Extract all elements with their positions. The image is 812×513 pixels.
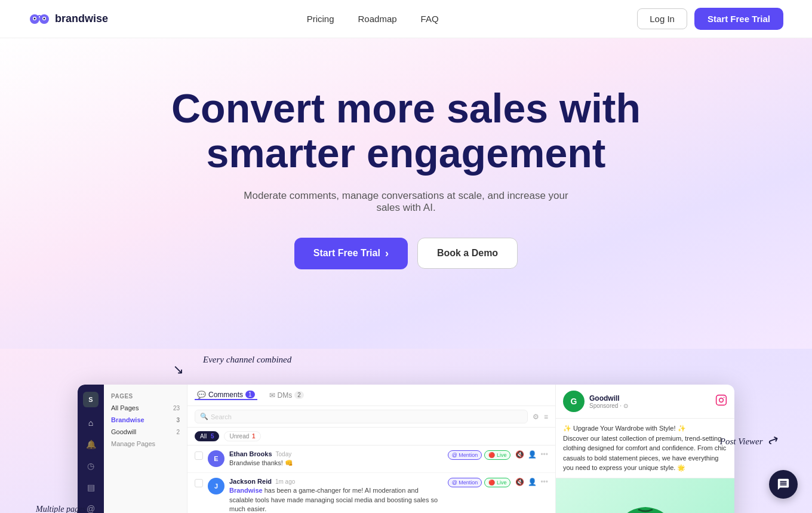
- page-item-manage[interactable]: Manage Pages: [104, 438, 187, 450]
- comment-list: E Ethan Brooks Today Brandwise thanks! 👊…: [187, 446, 555, 513]
- filter-row: All 5 Unread 1: [187, 428, 555, 446]
- app-panel: S ⌂ 🔔 ◷ ▤ @ ✉ 👥 ⋈ PAGES All Pages23: [78, 385, 555, 513]
- brandwise-logo-icon: [29, 11, 50, 27]
- comment-badges: @ Mention 🔴 Live: [448, 450, 511, 460]
- app-sidebar: S ⌂ 🔔 ◷ ▤ @ ✉ 👥 ⋈: [78, 385, 104, 513]
- comment-body: Jackson Reid 1m ago Brandwise has been a…: [229, 478, 443, 513]
- mute-icon[interactable]: 🔇: [515, 478, 524, 486]
- comment-text: Brandwise has been a game-changer for me…: [229, 486, 443, 513]
- comment-avatar: E: [208, 450, 224, 467]
- sidebar-home-icon[interactable]: ⌂: [85, 417, 97, 429]
- comment-item[interactable]: E Ethan Brooks Today Brandwise thanks! 👊…: [187, 446, 555, 473]
- assign-icon[interactable]: 👤: [528, 450, 537, 459]
- sidebar-clock-icon[interactable]: ◷: [85, 460, 97, 472]
- mute-icon[interactable]: 🔇: [515, 450, 524, 459]
- search-box[interactable]: 🔍 Search: [195, 410, 528, 423]
- sidebar-user-avatar: S: [83, 392, 99, 407]
- hero-demo-button[interactable]: Book a Demo: [417, 238, 518, 269]
- demo-section: ↙ Every channel combined Multiple pages …: [0, 349, 812, 513]
- svg-point-5: [44, 17, 45, 19]
- svg-point-8: [724, 397, 725, 398]
- dashboard-mockup: S ⌂ 🔔 ◷ ▤ @ ✉ 👥 ⋈ PAGES All Pages23: [78, 385, 734, 513]
- app-main-content: 💬 Comments 1 ✉ DMs 2 🔍: [187, 385, 555, 513]
- post-brand-avatar: G: [563, 391, 585, 412]
- sidebar-layers-icon[interactable]: ▤: [85, 481, 97, 493]
- chat-icon: [777, 478, 790, 491]
- instagram-icon: [715, 394, 727, 409]
- logo-text: brandwise: [55, 13, 108, 25]
- badge-live: 🔴 Live: [484, 478, 510, 487]
- nav-link-pricing[interactable]: Pricing: [307, 14, 334, 24]
- nav-links: Pricing Roadmap FAQ: [307, 14, 439, 24]
- comment-avatar: J: [208, 478, 224, 494]
- page-item-all[interactable]: All Pages23: [104, 402, 187, 414]
- hero-headline: Convert more sales with smarter engageme…: [171, 86, 641, 176]
- nav-trial-button[interactable]: Start Free Trial: [694, 8, 783, 30]
- comment-body: Ethan Brooks Today Brandwise thanks! 👊: [229, 450, 443, 468]
- comment-text: Brandwise thanks! 👊: [229, 459, 443, 468]
- more-icon[interactable]: •••: [540, 450, 548, 459]
- filter-all[interactable]: All 5: [195, 431, 219, 441]
- pages-panel: PAGES All Pages23 Brandwise3 Goodwill2 M…: [104, 385, 187, 513]
- assign-icon[interactable]: 👤: [528, 478, 537, 486]
- comment-item[interactable]: J Jackson Reid 1m ago Brandwise has been…: [187, 473, 555, 513]
- svg-point-7: [719, 398, 724, 402]
- app-tabs: 💬 Comments 1 ✉ DMs 2: [187, 385, 555, 406]
- comment-author: Jackson Reid: [229, 478, 272, 485]
- post-brand-name: Goodwill: [589, 394, 710, 403]
- arrow-every-channel-icon: ↙: [173, 362, 184, 377]
- page-item-goodwill[interactable]: Goodwill2: [104, 426, 187, 438]
- comment-actions: 🔇 👤 •••: [515, 478, 548, 486]
- chat-bubble-button[interactable]: [769, 470, 798, 499]
- svg-point-4: [34, 17, 36, 19]
- tab-comments[interactable]: 💬 Comments 1: [195, 391, 257, 400]
- more-icon[interactable]: •••: [540, 478, 548, 486]
- comment-time: 1m ago: [275, 478, 295, 485]
- nav-link-roadmap[interactable]: Roadmap: [358, 14, 397, 24]
- page-item-brandwise[interactable]: Brandwise3: [104, 414, 187, 426]
- post-panel: G Goodwill Sponsored · ⊙: [555, 385, 734, 513]
- nav-link-faq[interactable]: FAQ: [421, 14, 439, 24]
- pages-header-label: PAGES: [104, 391, 187, 402]
- svg-rect-6: [716, 395, 727, 405]
- hero-buttons: Start Free Trial › Book a Demo: [294, 238, 518, 269]
- login-button[interactable]: Log In: [637, 8, 687, 29]
- comment-badges: @ Mention 🔴 Live: [448, 478, 511, 487]
- nav-actions: Log In Start Free Trial: [637, 8, 783, 30]
- post-product-image: [556, 478, 734, 514]
- comment-checkbox[interactable]: [195, 479, 203, 487]
- comment-actions: 🔇 👤 •••: [515, 450, 548, 459]
- filter-unread[interactable]: Unread 1: [224, 431, 260, 441]
- arrow-icon: ›: [385, 247, 389, 260]
- comment-time: Today: [276, 451, 292, 457]
- sweater-illustration: [610, 490, 681, 514]
- post-sponsored: Sponsored · ⊙: [589, 403, 710, 409]
- annotation-every-channel: Every channel combined: [203, 355, 291, 365]
- annotation-multiple-pages: Multiple pages ↗: [36, 504, 86, 513]
- badge-live: 🔴 Live: [484, 450, 510, 460]
- sidebar-at-icon[interactable]: @: [85, 503, 97, 513]
- logo[interactable]: brandwise: [29, 11, 108, 27]
- sort-icon[interactable]: ≡: [544, 413, 548, 421]
- annotation-post-viewer: Post Viewer ↩: [720, 432, 779, 448]
- badge-mention: @ Mention: [448, 478, 482, 487]
- post-header: G Goodwill Sponsored · ⊙: [556, 385, 734, 419]
- sidebar-bell-icon[interactable]: 🔔: [85, 438, 97, 450]
- comment-checkbox[interactable]: [195, 451, 203, 460]
- hero-subtitle: Moderate comments, manage conversations …: [239, 190, 573, 214]
- hero-section: Convert more sales with smarter engageme…: [0, 38, 812, 349]
- comments-toolbar: 🔍 Search ⚙ ≡: [187, 406, 555, 428]
- post-caption: ✨ Upgrade Your Wardrobe with Style! ✨ Di…: [556, 419, 734, 478]
- main-nav: brandwise Pricing Roadmap FAQ Log In Sta…: [0, 0, 812, 38]
- hero-trial-button[interactable]: Start Free Trial ›: [294, 238, 408, 269]
- filter-icon[interactable]: ⚙: [533, 413, 539, 421]
- post-brand-info: Goodwill Sponsored · ⊙: [589, 394, 710, 409]
- badge-mention: @ Mention: [448, 450, 482, 460]
- search-icon: 🔍: [200, 413, 208, 420]
- comment-author: Ethan Brooks: [229, 450, 272, 457]
- tab-dms[interactable]: ✉ DMs 2: [267, 391, 306, 400]
- search-placeholder: Search: [211, 413, 232, 420]
